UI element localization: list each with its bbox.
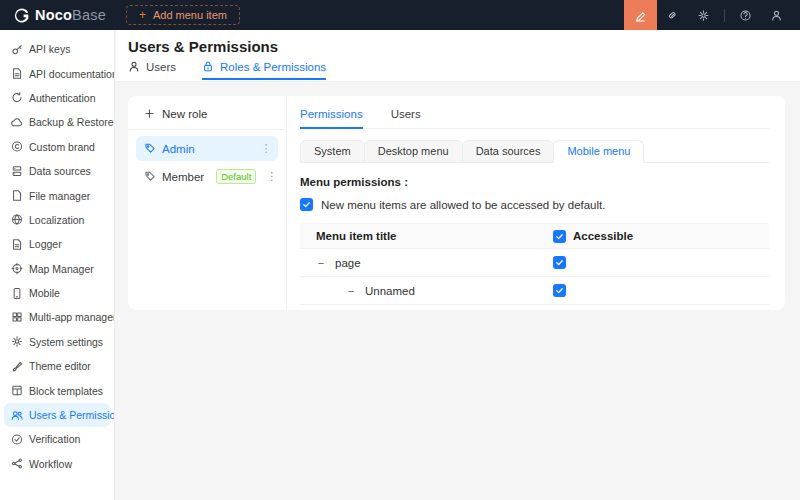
sidebar-item-theme-editor[interactable]: Theme editor [4, 354, 110, 378]
tab-role-users[interactable]: Users [391, 99, 421, 129]
reload-icon [11, 91, 23, 104]
sidebar-item-logger[interactable]: Logger [4, 232, 110, 256]
accessible-checkbox[interactable] [553, 256, 566, 269]
sidebar-item-authentication[interactable]: Authentication [4, 86, 110, 110]
column-menu-item-title: Menu item title [300, 230, 553, 242]
role-name: Member [162, 171, 204, 183]
subtab-desktop-menu[interactable]: Desktop menu [364, 140, 463, 163]
sidebar-item-backup-restore[interactable]: Backup & Restore [4, 110, 110, 134]
permissions-tabs: Permissions Users [300, 99, 769, 129]
share-icon [11, 457, 23, 470]
menu-item-title: Unnamed [365, 285, 415, 297]
nocobase-logo[interactable]: NocoBase [13, 7, 106, 24]
sidebar-item-custom-brand[interactable]: Custom brand [4, 135, 110, 159]
sidebar-item-api-documentation[interactable]: API documentation [4, 61, 110, 85]
sidebar-item-label: Users & Permissions [29, 409, 115, 421]
sidebar-item-label: Backup & Restore [29, 116, 114, 128]
role-list-panel: New role Admin⋮MemberDefault⋮ [128, 96, 287, 310]
default-access-checkbox[interactable] [300, 198, 313, 211]
subtab-mobile-menu[interactable]: Mobile menu [553, 140, 644, 163]
link-icon[interactable] [657, 0, 688, 30]
add-menu-item-button[interactable]: + Add menu item [126, 5, 240, 25]
sidebar-item-users-permissions[interactable]: Users & Permissions [4, 403, 110, 427]
sidebar-item-verification[interactable]: Verification [4, 427, 110, 451]
table-row: −page [300, 249, 769, 277]
cloud-icon [11, 116, 23, 129]
lock-icon [202, 60, 214, 73]
collapse-icon[interactable]: − [346, 285, 356, 297]
sidebar-item-file-manager[interactable]: File manager [4, 183, 110, 207]
sidebar-item-workflow[interactable]: Workflow [4, 452, 110, 476]
tab-roles-permissions-label: Roles & Permissions [220, 61, 326, 73]
tag-icon [144, 142, 156, 155]
role-item-admin[interactable]: Admin⋮ [136, 136, 278, 161]
table-row: −Unnamed [300, 277, 769, 305]
ui-editor-icon[interactable] [624, 0, 657, 30]
default-badge: Default [216, 169, 256, 184]
sidebar-item-multi-app-manager[interactable]: Multi-app manager [4, 305, 110, 329]
sidebar-item-data-sources[interactable]: Data sources [4, 159, 110, 183]
plus-icon [144, 108, 155, 120]
new-role-button[interactable]: New role [144, 108, 207, 120]
header-actions [624, 0, 800, 30]
sidebar-item-label: API documentation [29, 68, 115, 80]
globe-icon [11, 213, 23, 226]
sidebar-item-label: Block templates [29, 385, 103, 397]
tab-permissions[interactable]: Permissions [300, 99, 363, 129]
subtab-system[interactable]: System [300, 140, 365, 163]
check-circle-icon [11, 433, 23, 446]
page-title: Users & Permissions [116, 30, 800, 55]
page-tabs: Users Roles & Permissions [128, 60, 800, 80]
mobile-icon [11, 287, 23, 300]
user-icon[interactable] [761, 0, 792, 30]
user-icon [128, 60, 140, 73]
collapse-icon[interactable]: − [316, 257, 326, 269]
role-item-member[interactable]: MemberDefault⋮ [136, 164, 278, 189]
tab-users-label: Users [146, 61, 176, 73]
copyright-icon [11, 140, 23, 153]
sidebar-item-map-manager[interactable]: Map Manager [4, 257, 110, 281]
key-icon [11, 43, 23, 56]
help-icon[interactable] [730, 0, 761, 30]
tag-icon [144, 170, 156, 183]
default-access-row: New menu items are allowed to be accesse… [300, 198, 769, 211]
sidebar-item-system-settings[interactable]: System settings [4, 330, 110, 354]
sidebar-item-label: Multi-app manager [29, 311, 115, 323]
column-accessible: Accessible [553, 230, 769, 243]
header-divider [724, 9, 725, 22]
sidebar-item-api-keys[interactable]: API keys [4, 37, 110, 61]
table-header-row: Menu item title Accessible [300, 224, 769, 249]
accessible-all-checkbox[interactable] [553, 230, 566, 243]
subtab-data-sources[interactable]: Data sources [462, 140, 555, 163]
plus-icon: + [139, 9, 146, 21]
accessible-cell [553, 256, 769, 269]
menu-item-title: page [335, 257, 361, 269]
team-icon [11, 409, 23, 422]
tab-roles-permissions[interactable]: Roles & Permissions [202, 60, 326, 80]
aim-icon [11, 262, 23, 275]
accessible-checkbox[interactable] [553, 284, 566, 297]
nocobase-logo-icon [13, 7, 30, 24]
more-actions-icon[interactable]: ⋮ [266, 170, 277, 183]
sidebar-item-block-templates[interactable]: Block templates [4, 378, 110, 402]
gear-icon[interactable] [688, 0, 719, 30]
sidebar-item-label: Map Manager [29, 263, 94, 275]
accessible-header-label: Accessible [573, 230, 633, 242]
sidebar-item-mobile[interactable]: Mobile [4, 281, 110, 305]
database-icon [11, 165, 23, 178]
sidebar-item-label: Logger [29, 238, 62, 250]
settings-sidebar: API keysAPI documentationAuthenticationB… [0, 30, 115, 500]
more-actions-icon[interactable]: ⋮ [259, 142, 273, 155]
sidebar-item-label: Localization [29, 214, 84, 226]
roles-permissions-card: New role Admin⋮MemberDefault⋮ Permission… [128, 96, 785, 310]
page-header: Users & Permissions Users Roles & Permis… [116, 30, 800, 82]
gear-icon [11, 335, 23, 348]
tab-users[interactable]: Users [128, 60, 176, 80]
content-area: New role Admin⋮MemberDefault⋮ Permission… [116, 82, 800, 500]
default-access-label: New menu items are allowed to be accesse… [321, 199, 605, 211]
permission-scope-tabs: SystemDesktop menuData sourcesMobile men… [300, 140, 769, 163]
menu-permissions-label: Menu permissions : [300, 176, 769, 188]
sidebar-item-localization[interactable]: Localization [4, 208, 110, 232]
permissions-panel: Permissions Users SystemDesktop menuData… [287, 96, 785, 310]
sidebar-item-label: System settings [29, 336, 103, 348]
